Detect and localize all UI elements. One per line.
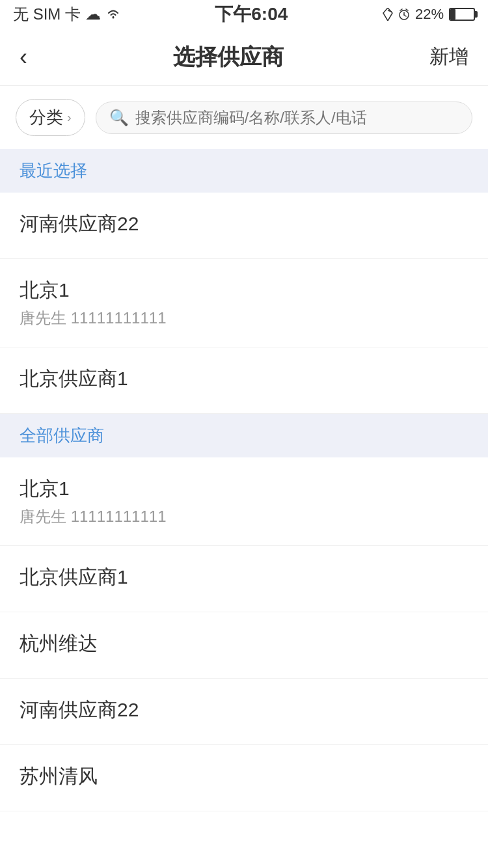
status-left: 无 SIM 卡 ☁ xyxy=(13,4,120,25)
all-section-header: 全部供应商 xyxy=(0,414,488,457)
supplier-name: 北京1 xyxy=(20,277,468,304)
supplier-contact: 唐先生 11111111111 xyxy=(20,308,468,329)
search-box[interactable]: 🔍 xyxy=(96,102,472,134)
wifi-icon xyxy=(106,9,120,20)
recent-suppliers-list: 河南供应商22北京1唐先生 11111111111北京供应商1 xyxy=(0,193,488,414)
all-supplier-item[interactable]: 苏州清风 xyxy=(0,745,488,811)
category-filter-button[interactable]: 分类 › xyxy=(16,99,85,136)
battery-icon xyxy=(449,8,475,21)
svg-line-1 xyxy=(388,10,392,12)
status-time: 下午6:04 xyxy=(215,2,288,27)
recent-section-header: 最近选择 xyxy=(0,149,488,193)
category-label: 分类 xyxy=(29,106,63,129)
supplier-name: 北京1 xyxy=(20,476,468,502)
supplier-name: 河南供应商22 xyxy=(20,211,468,237)
svg-line-4 xyxy=(404,15,406,16)
all-supplier-item[interactable]: 河南供应商22 xyxy=(0,679,488,745)
supplier-name: 河南供应商22 xyxy=(20,697,468,724)
all-suppliers-list: 北京1唐先生 11111111111北京供应商1杭州维达河南供应商22苏州清风 xyxy=(0,457,488,811)
recent-supplier-item[interactable]: 河南供应商22 xyxy=(0,193,488,259)
recent-supplier-item[interactable]: 北京1唐先生 11111111111 xyxy=(0,259,488,347)
supplier-name: 北京供应商1 xyxy=(20,366,468,392)
no-sim-text: 无 SIM 卡 ☁ xyxy=(13,4,101,25)
chevron-right-icon: › xyxy=(67,110,72,125)
supplier-name: 北京供应商1 xyxy=(20,564,468,591)
location-icon xyxy=(383,8,393,21)
recent-section-label: 最近选择 xyxy=(20,161,87,180)
nav-bar: ‹ 选择供应商 新增 xyxy=(0,29,488,86)
svg-point-0 xyxy=(112,17,114,19)
status-bar: 无 SIM 卡 ☁ 下午6:04 22% xyxy=(0,0,488,29)
battery-percent: 22% xyxy=(415,6,444,23)
status-right: 22% xyxy=(383,6,475,23)
supplier-name: 苏州清风 xyxy=(20,763,468,790)
add-button[interactable]: 新增 xyxy=(429,44,468,70)
all-section-label: 全部供应商 xyxy=(20,426,104,445)
alarm-icon xyxy=(398,8,410,21)
supplier-name: 杭州维达 xyxy=(20,631,468,657)
back-button[interactable]: ‹ xyxy=(20,44,27,71)
recent-supplier-item[interactable]: 北京供应商1 xyxy=(0,347,488,414)
all-supplier-item[interactable]: 北京供应商1 xyxy=(0,546,488,612)
page-title: 选择供应商 xyxy=(173,42,284,72)
all-supplier-item[interactable]: 北京1唐先生 11111111111 xyxy=(0,457,488,546)
supplier-contact: 唐先生 11111111111 xyxy=(20,506,468,527)
svg-line-5 xyxy=(400,9,402,10)
all-supplier-item[interactable]: 杭州维达 xyxy=(0,612,488,679)
svg-line-6 xyxy=(406,9,408,10)
search-input[interactable] xyxy=(135,109,459,127)
filter-bar: 分类 › 🔍 xyxy=(0,86,488,149)
search-icon: 🔍 xyxy=(109,109,129,127)
